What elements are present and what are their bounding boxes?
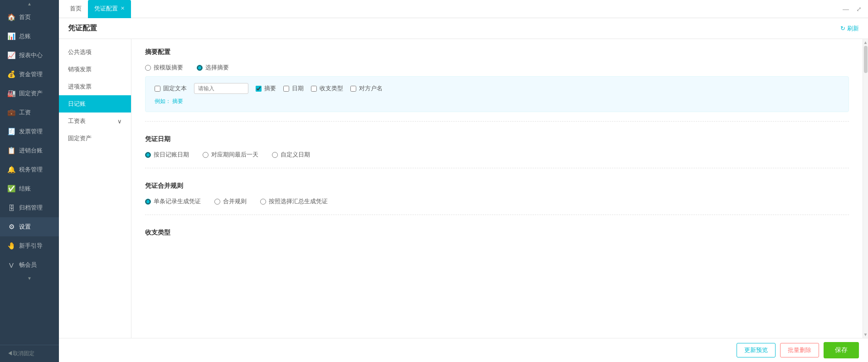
voucher-date-title: 凭证日期 — [145, 135, 849, 143]
income-type-checkbox[interactable] — [311, 86, 317, 92]
counterpart-checkbox[interactable] — [350, 86, 356, 92]
batch-delete-button[interactable]: 批量删除 — [780, 343, 819, 357]
counterpart-checkbox-option[interactable]: 对方户名 — [350, 84, 383, 93]
custom-date-radio[interactable] — [272, 152, 278, 158]
custom-date-option[interactable]: 自定义日期 — [272, 151, 310, 159]
refresh-label: 刷新 — [847, 24, 859, 33]
single-record-label: 单条记录生成凭证 — [154, 197, 201, 205]
sidebar-unpin-button[interactable]: ◀取消固定 — [0, 345, 59, 362]
settle-icon: ✅ — [7, 185, 15, 193]
tab-close-icon[interactable]: ✕ — [121, 5, 125, 11]
left-nav-fixed-assets[interactable]: 固定资产 — [59, 130, 131, 147]
left-nav-journal-label: 日记账 — [68, 100, 86, 108]
left-nav-sales-invoice[interactable]: 销项发票 — [59, 61, 131, 78]
sidebar-item-label: 发票管理 — [19, 127, 43, 136]
select-summary-label: 选择摘要 — [205, 64, 229, 72]
sidebar-item-label: 新手引导 — [19, 242, 43, 250]
invoice-icon: 🧾 — [7, 127, 15, 136]
sidebar-item-reports[interactable]: 📈 报表中心 — [0, 46, 59, 65]
sidebar-bottom-label: ◀取消固定 — [7, 350, 34, 357]
tab-voucher-config[interactable]: 凭证配置 ✕ — [88, 0, 131, 18]
home-icon: 🏠 — [7, 13, 15, 21]
date-checkbox[interactable] — [283, 86, 289, 92]
sidebar-item-label: 畅会员 — [19, 261, 37, 269]
left-nav-payroll[interactable]: 工资表 ∨ — [59, 113, 131, 130]
tab-home[interactable]: 首页 — [63, 0, 88, 18]
select-merge-label: 按照选择汇总生成凭证 — [269, 197, 328, 205]
income-type-checkbox-option[interactable]: 收支类型 — [311, 84, 343, 93]
merge-rule-radio[interactable] — [214, 199, 220, 205]
left-nav: 公共选项 销项发票 进项发票 日记账 工资表 ∨ 固定资产 — [59, 39, 131, 338]
single-record-option[interactable]: 单条记录生成凭证 — [145, 197, 201, 205]
sidebar-item-label: 总账 — [19, 32, 31, 40]
main-area: 首页 凭证配置 ✕ — ⤢ 凭证配置 ↻ 刷新 公共选项 销项发票 进项 — [59, 0, 868, 362]
sidebar-item-tax[interactable]: 🔔 税务管理 — [0, 160, 59, 179]
sidebar-item-settings[interactable]: ⚙ 设置 — [0, 217, 59, 236]
bottom-bar: 更新预览 批量删除 保存 — [59, 338, 868, 362]
template-summary-radio[interactable] — [145, 65, 151, 71]
tab-minimize-button[interactable]: — — [841, 5, 851, 14]
sidebar-item-assets[interactable]: 🏭 固定资产 — [0, 84, 59, 103]
sidebar-item-label: 工资 — [19, 108, 31, 117]
summary-radio-group: 按模版摘要 选择摘要 — [145, 64, 849, 72]
fixed-text-input[interactable] — [194, 83, 248, 94]
sidebar-item-invoice-mgmt[interactable]: 🧾 发票管理 — [0, 122, 59, 141]
scrollbar-thumb[interactable] — [864, 46, 868, 73]
summary-checkbox-row: 固定文本 摘要 日期 收支类型 — [155, 83, 839, 94]
merge-rule-option[interactable]: 合并规则 — [214, 197, 247, 205]
sidebar-item-inout[interactable]: 📋 进销台账 — [0, 141, 59, 160]
summary-checkbox[interactable] — [256, 86, 262, 92]
select-merge-option[interactable]: 按照选择汇总生成凭证 — [260, 197, 328, 205]
sidebar-item-member[interactable]: V 畅会员 — [0, 255, 59, 274]
select-summary-radio[interactable] — [197, 65, 203, 71]
last-day-radio[interactable] — [203, 152, 209, 158]
update-preview-button[interactable]: 更新预览 — [737, 343, 776, 357]
merge-rule-title: 凭证合并规则 — [145, 182, 849, 190]
left-nav-public[interactable]: 公共选项 — [59, 44, 131, 61]
select-merge-radio[interactable] — [260, 199, 266, 205]
tab-home-label: 首页 — [70, 5, 82, 13]
sidebar-scroll-up[interactable]: ▲ — [0, 0, 59, 8]
template-summary-option[interactable]: 按模版摘要 — [145, 64, 183, 72]
tab-maximize-button[interactable]: ⤢ — [854, 5, 863, 14]
tab-bar: 首页 凭证配置 ✕ — ⤢ — [59, 0, 868, 18]
scrollbar-track: ▲ ▼ — [863, 39, 868, 338]
sidebar-item-home[interactable]: 🏠 首页 — [0, 8, 59, 27]
sidebar-item-ledger[interactable]: 📊 总账 — [0, 27, 59, 46]
fixed-text-option[interactable]: 固定文本 — [155, 84, 187, 93]
sidebar-item-salary[interactable]: 💼 工资 — [0, 103, 59, 122]
sidebar-item-guide[interactable]: 🤚 新手引导 — [0, 236, 59, 255]
scroll-up-btn[interactable]: ▲ — [863, 39, 868, 45]
single-record-radio[interactable] — [145, 199, 151, 205]
summary-config-section: 摘要配置 按模版摘要 选择摘要 固定文本 — [145, 48, 849, 122]
left-nav-journal[interactable]: 日记账 — [59, 95, 131, 113]
sidebar-scroll-down[interactable]: ▼ — [0, 274, 59, 282]
journal-date-label: 按日记账日期 — [154, 151, 189, 159]
date-checkbox-option[interactable]: 日期 — [283, 84, 304, 93]
journal-date-option[interactable]: 按日记账日期 — [145, 151, 189, 159]
sidebar-item-label: 固定资产 — [19, 89, 43, 98]
guide-icon: 🤚 — [7, 242, 15, 250]
scroll-down-btn[interactable]: ▼ — [863, 332, 868, 338]
last-day-option[interactable]: 对应期间最后一天 — [203, 151, 258, 159]
sidebar-item-label: 税务管理 — [19, 166, 43, 174]
income-type-section: 收支类型 — [145, 229, 849, 253]
content-area: 公共选项 销项发票 进项发票 日记账 工资表 ∨ 固定资产 摘要配置 — [59, 39, 868, 338]
tab-voucher-config-label: 凭证配置 — [94, 5, 118, 13]
custom-date-label: 自定义日期 — [281, 151, 310, 159]
select-summary-option[interactable]: 选择摘要 — [197, 64, 229, 72]
last-day-label: 对应期间最后一天 — [211, 151, 258, 159]
income-type-title: 收支类型 — [145, 229, 849, 237]
save-button[interactable]: 保存 — [824, 342, 859, 358]
refresh-button[interactable]: ↻ 刷新 — [840, 24, 859, 33]
sidebar-item-settle[interactable]: ✅ 结账 — [0, 179, 59, 198]
fixed-text-checkbox[interactable] — [155, 86, 160, 92]
summary-checkbox-option[interactable]: 摘要 — [256, 84, 276, 93]
journal-date-radio[interactable] — [145, 152, 151, 158]
summary-config-box: 固定文本 摘要 日期 收支类型 — [145, 76, 849, 112]
sidebar-item-funds[interactable]: 💰 资金管理 — [0, 65, 59, 84]
left-nav-purchase-invoice[interactable]: 进项发票 — [59, 78, 131, 95]
sidebar: ▲ 🏠 首页 📊 总账 📈 报表中心 💰 资金管理 🏭 固定资产 💼 工资 🧾 … — [0, 0, 59, 362]
left-nav-fixed-assets-label: 固定资产 — [68, 134, 92, 142]
sidebar-item-archive[interactable]: 🗄 归档管理 — [0, 198, 59, 217]
